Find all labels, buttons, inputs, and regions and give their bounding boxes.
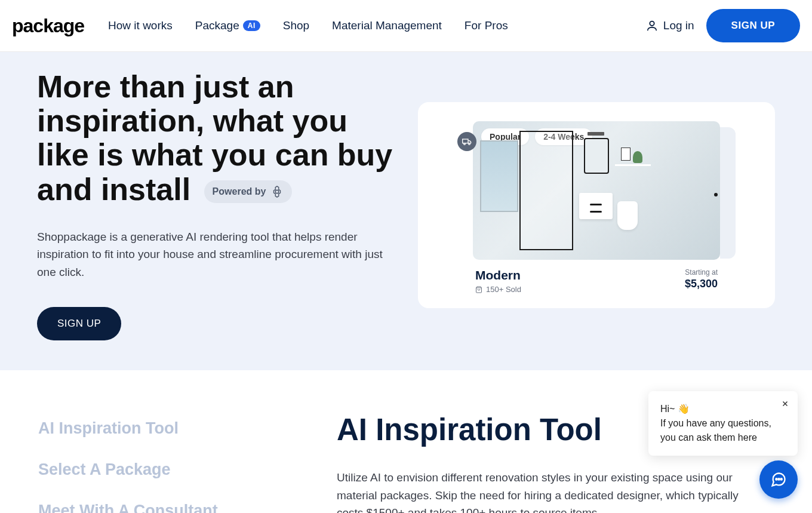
card-info-right: Starting at $5,300: [685, 268, 718, 290]
svg-point-7: [781, 478, 782, 480]
product-image: Popular 2-4 Weeks: [473, 121, 720, 260]
bathroom-plant: [633, 151, 642, 163]
card-price: $5,300: [685, 278, 718, 290]
header-right: Log in SIGN UP: [645, 9, 800, 42]
card-sold: 150+ Sold: [475, 285, 521, 294]
bathroom-mirror: [584, 138, 609, 174]
main-header: package How it works Package AI Shop Mat…: [0, 0, 812, 52]
card-stack: Popular 2-4 Weeks: [473, 121, 720, 294]
bathroom-window: [480, 140, 518, 212]
product-card[interactable]: Popular 2-4 Weeks: [473, 121, 720, 294]
svg-point-3: [464, 143, 466, 145]
bathroom-shower: [519, 131, 573, 250]
hero-title: More than just an inspiration, what you …: [37, 70, 394, 207]
feature-nav-ai-tool[interactable]: AI Inspiration Tool: [38, 419, 301, 438]
powered-by-label: Powered by: [213, 186, 266, 197]
user-icon: [645, 19, 659, 32]
svg-point-0: [650, 21, 654, 26]
card-title: Modern: [475, 268, 521, 282]
chat-icon: [770, 471, 787, 488]
features-description: Utilize AI to envision different renovat…: [337, 469, 755, 513]
bathroom-frame: [621, 148, 630, 161]
login-link[interactable]: Log in: [645, 19, 694, 32]
chat-close-button[interactable]: [781, 398, 789, 411]
feature-nav-consultant[interactable]: Meet With A Consultant: [38, 502, 301, 513]
bathroom-shelf: [615, 164, 651, 166]
login-label: Log in: [663, 19, 694, 32]
chat-line-3: you can ask them here: [660, 431, 786, 445]
hero-signup-button[interactable]: SIGN UP: [37, 307, 121, 340]
feature-nav-select-package[interactable]: Select A Package: [38, 460, 301, 479]
nav-package-ai[interactable]: Package AI: [195, 19, 260, 32]
card-info-left: Modern 150+ Sold: [475, 268, 521, 294]
nav-shop[interactable]: Shop: [283, 19, 309, 32]
nav-package-label: Package: [195, 19, 239, 32]
features-nav: AI Inspiration Tool Select A Package Mee…: [38, 412, 301, 513]
hero-right: Popular 2-4 Weeks: [418, 102, 775, 308]
powered-by-badge: Powered by: [204, 180, 293, 203]
hero-section: More than just an inspiration, what you …: [0, 52, 812, 370]
chat-greeting: Hi~ 👋: [660, 402, 786, 416]
product-card-container: Popular 2-4 Weeks: [418, 102, 775, 308]
signup-button[interactable]: SIGN UP: [706, 9, 800, 42]
chat-line-2: If you have any questions,: [660, 416, 786, 431]
bathroom-vanity: [579, 193, 613, 219]
chat-fab-button[interactable]: [759, 460, 798, 499]
card-sold-text: 150+ Sold: [486, 285, 521, 294]
logo[interactable]: package: [12, 15, 84, 37]
bathroom-light: [588, 132, 604, 136]
ai-badge: AI: [243, 20, 260, 31]
openai-icon: [270, 185, 284, 198]
primary-nav: How it works Package AI Shop Material Ma…: [108, 19, 645, 32]
svg-point-5: [776, 478, 777, 480]
bathroom-toilet: [617, 201, 638, 230]
svg-point-4: [469, 143, 470, 145]
nav-material-management[interactable]: Material Management: [332, 19, 442, 32]
bathroom-door-handle: [714, 193, 718, 196]
delivery-icon-badge: [457, 132, 476, 151]
truck-icon: [462, 137, 472, 146]
close-icon: [781, 400, 789, 408]
svg-point-6: [778, 478, 779, 480]
chat-popup: Hi~ 👋 If you have any questions, you can…: [648, 391, 798, 456]
svg-point-1: [276, 190, 279, 193]
svg-rect-2: [463, 139, 468, 143]
card-price-label: Starting at: [685, 268, 718, 277]
nav-how-it-works[interactable]: How it works: [108, 19, 173, 32]
card-footer: Modern 150+ Sold Starting at $5,300: [473, 260, 720, 294]
nav-for-pros[interactable]: For Pros: [465, 19, 508, 32]
hero-description: Shoppackage is a generative AI rendering…: [37, 228, 394, 281]
bag-icon: [475, 286, 482, 293]
hero-left: More than just an inspiration, what you …: [37, 70, 394, 340]
